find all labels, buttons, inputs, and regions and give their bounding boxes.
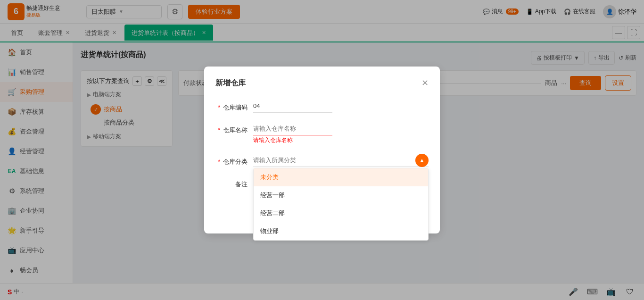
modal-close-btn[interactable]: ✕ bbox=[421, 78, 429, 88]
warehouse-code-input-wrapper bbox=[253, 100, 429, 113]
dropdown-item-dept1[interactable]: 经营一部 bbox=[254, 186, 428, 204]
modal-header: 新增仓库 ✕ bbox=[215, 78, 429, 88]
dropdown-item-dept3[interactable]: 物业部 bbox=[254, 222, 428, 240]
add-warehouse-modal: 新增仓库 ✕ * 仓库编码 * 仓库名称 请输入仓库名称 * 仓库分类 ▲ bbox=[204, 67, 440, 233]
category-dropdown-toggle[interactable]: ▲ bbox=[415, 154, 429, 167]
required-marker: * bbox=[218, 104, 220, 111]
warehouse-name-label: * 仓库名称 bbox=[215, 122, 253, 134]
category-dropdown-list: 未分类 经营一部 经营二部 物业部 bbox=[253, 168, 429, 241]
warehouse-code-label: * 仓库编码 bbox=[215, 100, 253, 112]
category-dropdown-wrapper: ▲ 未分类 经营一部 经营二部 物业部 bbox=[253, 154, 429, 167]
required-marker-2: * bbox=[218, 126, 220, 133]
required-marker-3: * bbox=[218, 158, 220, 165]
modal-title: 新增仓库 bbox=[215, 78, 246, 88]
warehouse-code-row: * 仓库编码 bbox=[215, 100, 429, 113]
dropdown-item-unclassified[interactable]: 未分类 bbox=[254, 168, 428, 186]
warehouse-name-error: 请输入仓库名称 bbox=[253, 136, 429, 144]
notes-label: 备注 bbox=[215, 176, 253, 189]
warehouse-category-row: * 仓库分类 ▲ 未分类 经营一部 经营二部 物业部 bbox=[215, 154, 429, 167]
dropdown-item-dept2[interactable]: 经营二部 bbox=[254, 204, 428, 222]
warehouse-category-label: * 仓库分类 bbox=[215, 154, 253, 166]
warehouse-name-input[interactable] bbox=[253, 122, 332, 135]
warehouse-name-row: * 仓库名称 请输入仓库名称 bbox=[215, 122, 429, 144]
warehouse-code-input[interactable] bbox=[253, 100, 332, 113]
warehouse-name-input-wrapper: 请输入仓库名称 bbox=[253, 122, 429, 144]
category-input[interactable] bbox=[253, 154, 429, 167]
